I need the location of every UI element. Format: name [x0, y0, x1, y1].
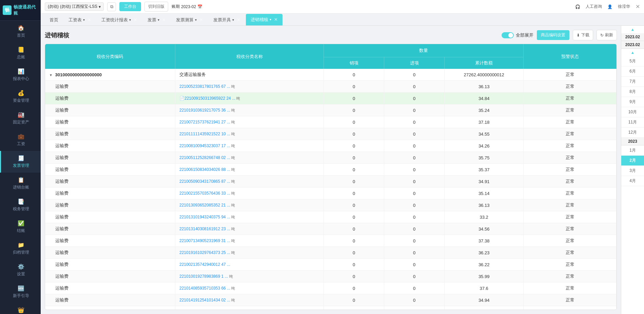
period-value: 2023-02: [181, 4, 196, 9]
cal-month-4月[interactable]: 4月: [621, 176, 644, 186]
sidebar-label-funds: 资金管理: [13, 98, 29, 103]
page-header: 进销稽核 全部展开 商品编码设置 ⬇ 下载 ↻ 刷新: [45, 30, 617, 40]
table-row[interactable]: 运输费 221006150834034026 88 ... 吨 0 0 35.3…: [45, 164, 617, 176]
tab-close-invoice[interactable]: ✕: [162, 17, 166, 22]
table-row[interactable]: 运输费 221007215737621941 27 ... 吨 0 0 37.1…: [45, 116, 617, 128]
cal-month-11月[interactable]: 11月: [621, 117, 644, 127]
cal-month-10月[interactable]: 10月: [621, 107, 644, 117]
copy-button[interactable]: ⧉: [107, 2, 116, 11]
row-status: 正常: [524, 271, 617, 282]
sidebar-item-assets[interactable]: 🏭 固定资产: [0, 107, 41, 129]
row-leiji: 34.55: [445, 128, 524, 140]
row-invoice-code: 221007134905231969 31 ... 吨: [175, 235, 324, 247]
sidebar-item-archive[interactable]: 📁 归档管理: [0, 238, 41, 259]
refresh-button[interactable]: ↻ 刷新: [597, 30, 617, 40]
table-row[interactable]: 运输费 221005112528266748 02 ... 吨 0 0 35.7…: [45, 152, 617, 164]
settings-button[interactable]: 商品编码设置: [537, 30, 569, 40]
sidebar-item-settings[interactable]: ⚙️ 设置: [0, 259, 41, 281]
row-name: 运输费: [45, 188, 175, 199]
cal-nav-mid[interactable]: ▲: [621, 49, 644, 56]
sidebar-item-in-out-ledger[interactable]: 📋 进销台账: [0, 173, 41, 194]
row-leiji: 34.91: [445, 176, 524, 188]
expand-icon[interactable]: ▼: [49, 73, 53, 77]
tab-invoice[interactable]: 发票 ▾ ✕: [143, 14, 171, 26]
cal-month-1月[interactable]: 1月: [621, 145, 644, 156]
cal-month-8月[interactable]: 8月: [621, 87, 644, 97]
toggle-switch[interactable]: [502, 32, 514, 38]
refresh-icon: ↻: [600, 33, 604, 38]
switch-button[interactable]: 切到旧版: [144, 2, 168, 12]
row-name: 运输费: [45, 116, 175, 128]
table-row[interactable]: ▼ 3010000000000000000 交通运输服务 0 0 27262.4…: [45, 69, 617, 81]
download-label: 下载: [581, 32, 589, 38]
company-dropdown-icon: ▾: [99, 4, 101, 9]
row-status: 正常: [524, 164, 617, 176]
tab-salary[interactable]: 工资表 ▾ ✕: [64, 14, 96, 26]
row-jin: 0: [384, 176, 445, 188]
sidebar-item-tax[interactable]: 📑 税务管理: [0, 194, 41, 216]
tab-close-in-out-check[interactable]: ✕: [274, 17, 278, 22]
tab-in-out-check[interactable]: 进销稽核 ▾ ✕: [246, 14, 282, 25]
file-icon: 📄: [179, 96, 184, 101]
cal-month-3月[interactable]: 3月: [621, 166, 644, 176]
company-select[interactable]: (勿动) (勿动) 江西报宝-LSS ▾: [45, 2, 104, 11]
row-status: 正常: [524, 104, 617, 116]
row-xiao: 0: [324, 116, 384, 128]
row-leiji: 37.38: [445, 235, 524, 247]
cal-month-2月[interactable]: 2月: [621, 156, 644, 166]
row-xiao: 0: [324, 199, 384, 211]
tab-home[interactable]: 首页: [45, 14, 63, 26]
tab-close-invoice-calc[interactable]: ✕: [199, 17, 203, 22]
table-row[interactable]: 运输费 221008100945323037 17 ... 吨 0 0 34.2…: [45, 140, 617, 152]
cal-month-12月[interactable]: 12月: [621, 127, 644, 138]
expand-toggle[interactable]: 全部展开: [502, 32, 533, 38]
table-row[interactable]: 运输费 221005233817801765 67 ... 吨 0 0 36.1…: [45, 81, 617, 93]
workspace-button[interactable]: 工作台: [119, 2, 141, 11]
sidebar-item-ledger[interactable]: 📒 总账: [0, 42, 41, 64]
table-row[interactable]: 运输费 221013093652085352 21 ... 吨 0 0 36.1…: [45, 199, 617, 211]
row-jin: 0: [384, 104, 445, 116]
row-status: 正常: [524, 69, 617, 81]
cal-month-7月[interactable]: 7月: [621, 77, 644, 87]
table-row[interactable]: 运输费 221014085935710353 66 ... 吨 0 0 37.6…: [45, 282, 617, 294]
sidebar-label-settlement: 结账: [17, 228, 25, 234]
tab-salary-stat[interactable]: 工资统计报表 ▾ ✕: [97, 14, 142, 26]
tab-invoice-open[interactable]: 发票开具 ▾ ✕: [209, 14, 245, 26]
table-row[interactable]: 运输费 221014191254101434 02 ... 吨 0 0 34.9…: [45, 294, 617, 306]
sidebar-item-member[interactable]: 👑 畅会员: [0, 303, 41, 314]
cal-month-5月[interactable]: 5月: [621, 56, 644, 66]
sidebar-item-funds[interactable]: 💰 资金管理: [0, 86, 41, 107]
download-button[interactable]: ⬇ 下载: [573, 30, 593, 40]
table-row[interactable]: 运输费 221018202126925719 58 ... 吨 0 0 36.7…: [45, 306, 617, 310]
table-row[interactable]: 运输费 221013101943240375 94 ... 吨 0 0 33.2…: [45, 211, 617, 223]
close-button[interactable]: ✕: [636, 3, 640, 10]
table-row[interactable]: 运输费 221013140308161912 23 ... 吨 0 0 34.5…: [45, 223, 617, 235]
table-row[interactable]: 运输费 221005090343170865 87 ... 吨 0 0 34.9…: [45, 176, 617, 188]
tab-close-invoice-open[interactable]: ✕: [237, 17, 240, 22]
sidebar-item-settlement[interactable]: ✅ 结账: [0, 216, 41, 238]
sidebar-item-reports[interactable]: 📊 报表中心: [0, 64, 41, 86]
table-row[interactable]: 运输费 221011111435921522 10 ... 吨 0 0 34.5…: [45, 128, 617, 140]
cal-month-6月[interactable]: 6月: [621, 66, 644, 77]
row-jin: 0: [384, 247, 445, 259]
table-row[interactable]: 运输费 📄221009150313965922 24 ... 吨 0 0 34.…: [45, 93, 617, 104]
tab-invoice-calc[interactable]: 发票测算 ▾ ✕: [171, 14, 208, 26]
cal-nav-up[interactable]: ▲: [621, 26, 644, 33]
sidebar-item-home[interactable]: 🏠 首页: [0, 21, 41, 42]
support-label[interactable]: 人工咨询: [586, 4, 602, 9]
table-row[interactable]: 运输费 221007134905231969 31 ... 吨 0 0 37.3…: [45, 235, 617, 247]
cal-month-9月[interactable]: 9月: [621, 97, 644, 107]
page-title: 进销稽核: [45, 31, 69, 39]
sidebar-label-ledger: 总账: [17, 54, 25, 60]
tab-close-salary-stat[interactable]: ✕: [134, 17, 137, 22]
row-leiji: 34.56: [445, 223, 524, 235]
sidebar-item-guide[interactable]: 🆕 新手引导: [0, 281, 41, 303]
table-row[interactable]: 运输费 221002135742940012 47 ... 0 0 36.22 …: [45, 259, 617, 271]
table-row[interactable]: 运输费 221002155703576436 33 ... 吨 0 0 35.1…: [45, 188, 617, 199]
sidebar-item-salary[interactable]: 💼 工资: [0, 129, 41, 151]
sidebar-item-invoice-mgmt[interactable]: 🧾 发票管理: [0, 151, 41, 173]
tab-close-salary[interactable]: ✕: [87, 17, 91, 22]
table-row[interactable]: 运输费 221010019278983869 1 ... 吨 0 0 35.99…: [45, 271, 617, 282]
table-row[interactable]: 运输费 221019103619217075 36 ... 吨 0 0 35.2…: [45, 104, 617, 116]
table-row[interactable]: 运输费 221019161029764373 25 ... 吨 0 0 36.2…: [45, 247, 617, 259]
